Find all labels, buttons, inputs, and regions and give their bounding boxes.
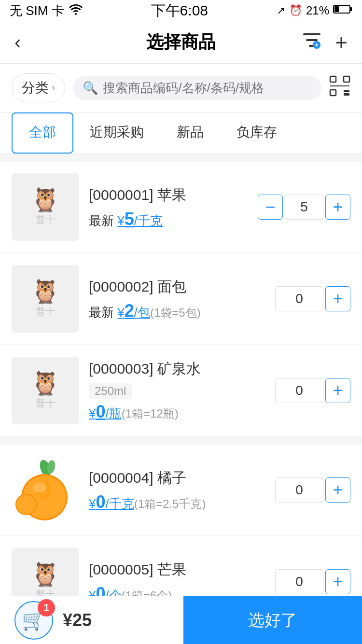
back-button[interactable]: ‹ — [14, 31, 21, 53]
placeholder-image: 🦉 普十 — [12, 357, 79, 424]
list-item: [0000004] 橘子 ¥0/千克(1箱=2.5千克) + — [0, 445, 362, 535]
owl-icon: 🦉 — [31, 188, 60, 211]
increase-button[interactable]: + — [325, 378, 350, 403]
qty-control: + — [275, 286, 350, 311]
svg-point-20 — [16, 495, 36, 514]
owl-icon: 🦉 — [31, 372, 60, 395]
add-icon[interactable]: + — [335, 30, 348, 55]
list-item: 🦉 普十 [0000002] 面包 最新 ¥2/包(1袋=5包) + — [0, 253, 362, 344]
product-name: [0000005] 芒果 — [89, 560, 265, 580]
owl-icon: 🦉 — [31, 563, 60, 586]
product-image — [12, 456, 79, 524]
separator — [0, 437, 362, 445]
tab-recent[interactable]: 近期采购 — [73, 112, 160, 154]
product-image: 🦉 普十 — [12, 173, 79, 241]
product-info: [0000003] 矿泉水 250ml ¥0/瓶(1箱=12瓶) — [89, 359, 265, 422]
product-spec: 250ml — [89, 383, 132, 399]
svg-rect-12 — [344, 90, 349, 92]
product-name: [0000001] 苹果 — [89, 185, 248, 205]
qty-control: + — [275, 569, 350, 594]
carrier-label: 无 SIM 卡 — [10, 2, 64, 19]
status-right: ↗ ⏰ 21% — [277, 4, 352, 17]
svg-rect-2 — [334, 6, 339, 12]
filter-icon[interactable]: + — [302, 31, 321, 53]
status-time: 下午6:08 — [151, 1, 208, 21]
wifi-icon — [69, 3, 83, 18]
scan-icon[interactable] — [329, 75, 350, 101]
svg-rect-8 — [330, 76, 336, 82]
increase-button[interactable]: + — [325, 569, 350, 594]
cart-button[interactable]: 🛒 1 — [14, 601, 53, 640]
product-name: [0000003] 矿泉水 — [89, 359, 265, 379]
product-name: [0000004] 橘子 — [89, 468, 265, 488]
tab-negative-stock[interactable]: 负库存 — [220, 112, 293, 154]
cart-area: 🛒 1 ¥25 — [0, 601, 183, 640]
product-price: ¥0/瓶(1箱=12瓶) — [89, 402, 265, 422]
quantity-input[interactable] — [285, 195, 323, 220]
list-item: 🦉 普十 [0000003] 矿泉水 250ml ¥0/瓶(1箱=12瓶) + — [0, 345, 362, 436]
tab-new[interactable]: 新品 — [160, 112, 220, 154]
cart-total: ¥25 — [63, 610, 92, 630]
battery-label: 21% — [306, 4, 329, 17]
search-input[interactable] — [103, 81, 312, 96]
qty-control: + — [275, 378, 350, 403]
bottom-bar: 🛒 1 ¥25 选好了 — [0, 596, 362, 644]
svg-rect-10 — [330, 90, 336, 96]
qty-control: − + — [258, 195, 350, 220]
page-title: 选择商品 — [146, 30, 216, 54]
quantity-input[interactable] — [275, 569, 323, 594]
product-info: [0000002] 面包 最新 ¥2/包(1袋=5包) — [89, 277, 265, 321]
svg-rect-3 — [303, 33, 320, 35]
chevron-right-icon: › — [52, 82, 55, 94]
nav-bar: ‹ 选择商品 + + — [0, 21, 362, 64]
quantity-input[interactable] — [275, 477, 323, 503]
product-price: 最新 ¥2/包(1袋=5包) — [89, 301, 265, 321]
product-name: [0000002] 面包 — [89, 277, 265, 297]
battery-icon — [333, 4, 352, 17]
product-image: 🦉 普十 — [12, 357, 79, 424]
increase-button[interactable]: + — [325, 477, 350, 503]
product-list: 🦉 普十 [0000001] 苹果 最新 ¥5/千克 − + 🦉 普十 — [0, 162, 362, 644]
tab-all[interactable]: 全部 — [12, 112, 73, 154]
placeholder-image: 🦉 普十 — [12, 173, 79, 241]
product-info: [0000001] 苹果 最新 ¥5/千克 — [89, 185, 248, 229]
product-price: 最新 ¥5/千克 — [89, 209, 248, 229]
search-bar: 分类 › 🔍 — [0, 64, 362, 112]
confirm-label: 选好了 — [248, 609, 297, 631]
filter-tabs: 全部 近期采购 新品 负库存 — [0, 112, 362, 154]
category-label: 分类 — [22, 79, 49, 97]
quantity-input[interactable] — [275, 286, 323, 311]
svg-rect-9 — [344, 76, 349, 82]
svg-text:+: + — [315, 41, 319, 49]
separator — [0, 154, 362, 162]
product-info: [0000004] 橘子 ¥0/千克(1箱=2.5千克) — [89, 468, 265, 512]
placeholder-image: 🦉 普十 — [12, 265, 79, 333]
product-price: ¥0/千克(1箱=2.5千克) — [89, 492, 265, 512]
location-icon: ↗ — [277, 4, 285, 17]
category-button[interactable]: 分类 › — [12, 73, 65, 102]
product-image: 🦉 普十 — [12, 265, 79, 333]
decrease-button[interactable]: − — [258, 195, 283, 220]
alarm-icon: ⏰ — [289, 4, 302, 17]
status-left: 无 SIM 卡 — [10, 2, 83, 19]
cart-badge: 1 — [38, 599, 55, 616]
confirm-button[interactable]: 选好了 — [183, 596, 362, 644]
increase-button[interactable]: + — [325, 286, 350, 311]
owl-icon: 🦉 — [31, 280, 60, 303]
svg-rect-1 — [350, 7, 352, 11]
search-icon: 🔍 — [83, 81, 98, 96]
svg-point-21 — [33, 483, 46, 492]
increase-button[interactable]: + — [325, 195, 350, 220]
svg-rect-13 — [344, 93, 349, 96]
search-input-wrap[interactable]: 🔍 — [73, 76, 321, 100]
quantity-input[interactable] — [275, 378, 323, 403]
nav-actions: + + — [302, 30, 348, 55]
list-item: 🦉 普十 [0000001] 苹果 最新 ¥5/千克 − + — [0, 162, 362, 252]
status-bar: 无 SIM 卡 下午6:08 ↗ ⏰ 21% — [0, 0, 362, 21]
qty-control: + — [275, 477, 350, 503]
